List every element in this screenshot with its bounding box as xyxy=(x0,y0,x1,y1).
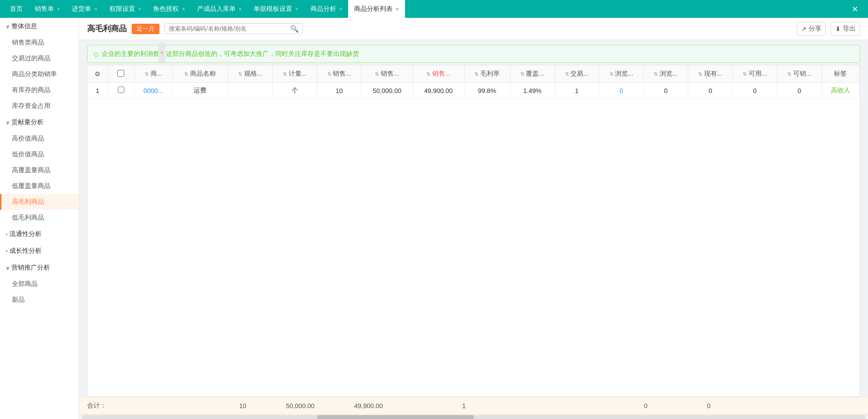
th-code: ⇅ 商... xyxy=(134,65,172,83)
sidebar-section-liquidity[interactable]: › 流通性分析 xyxy=(0,226,79,242)
period-button[interactable]: 近一月 xyxy=(132,24,159,34)
close-icon[interactable]: × xyxy=(295,6,298,12)
top-nav: 首页 销售单 × 进货单 × 权限设置 × 角色授权 × 产成品入库单 × 单据… xyxy=(0,0,868,18)
table-wrapper[interactable]: ⚙ ⇅ 商... ⇅ 商品名称 xyxy=(87,65,860,397)
chevron-right-icon: › xyxy=(6,248,7,254)
cell-browse2: 0 xyxy=(644,83,688,99)
sidebar-item-high-margin[interactable]: 高毛利商品 xyxy=(0,194,79,210)
th-browse1: ⇅ 浏览... xyxy=(599,65,644,83)
close-icon[interactable]: × xyxy=(94,6,97,12)
th-sales-profit: ⇅ 销售... xyxy=(413,65,464,83)
chevron-down-icon: ∨ xyxy=(6,24,9,29)
settings-icon[interactable]: ⚙ xyxy=(95,70,101,78)
sidebar-item-stock-goods[interactable]: 有库存的商品 xyxy=(0,82,79,98)
sidebar-section-growth[interactable]: › 成长性分析 xyxy=(0,242,79,259)
close-icon[interactable]: × xyxy=(396,6,399,12)
search-box: 🔍 xyxy=(164,23,303,34)
th-name: ⇅ 商品名称 xyxy=(172,65,228,83)
close-icon[interactable]: × xyxy=(182,6,185,12)
close-icon[interactable]: × xyxy=(57,6,60,12)
sidebar-item-low-coverage[interactable]: 低覆盖量商品 xyxy=(0,178,79,194)
sidebar-item-high-coverage[interactable]: 高覆盖量商品 xyxy=(0,162,79,178)
scrollbar-thumb[interactable] xyxy=(317,415,474,419)
sidebar-section-overview[interactable]: ∨ 整体信息 xyxy=(0,18,79,35)
cell-sales-qty: 10 xyxy=(317,83,361,99)
close-icon[interactable]: × xyxy=(138,6,141,12)
chevron-right-icon: › xyxy=(6,232,7,237)
nav-sales[interactable]: 销售单 × xyxy=(29,0,66,18)
th-current-stock: ⇅ 现有... xyxy=(688,65,733,83)
th-transaction: ⇅ 交易... xyxy=(555,65,599,83)
share-button[interactable]: ↗ 分享 xyxy=(797,22,826,36)
sidebar-section-marketing[interactable]: ∨ 营销推广分析 xyxy=(0,259,79,276)
window-close-button[interactable]: ✕ xyxy=(846,4,864,14)
close-icon[interactable]: × xyxy=(239,6,242,12)
footer-sales-amount: 50,000.00 xyxy=(286,402,314,410)
table-row: 1 0000... 运费 个 10 50,000.00 49,900.00 99… xyxy=(88,83,860,99)
cell-gross-margin: 99.8% xyxy=(464,83,510,99)
select-all-checkbox[interactable] xyxy=(115,70,127,77)
main-layout: ∨ 整体信息 销售类商品 交易过的商品 商品分类助销率 有库存的商品 库存资金占… xyxy=(0,18,868,419)
sort-icon: ⇅ xyxy=(565,71,569,77)
sidebar-item-low-margin[interactable]: 低毛利商品 xyxy=(0,210,79,226)
sort-icon: ⇅ xyxy=(474,71,478,77)
sidebar-item-low-value[interactable]: 低价值商品 xyxy=(0,146,79,162)
sidebar-item-stock-capital[interactable]: 库存资金占用 xyxy=(0,98,79,114)
th-sales-qty: ⇅ 销售... xyxy=(317,65,361,83)
sort-icon: ⇅ xyxy=(184,71,188,77)
sidebar-section-contribution[interactable]: ∨ 贡献量分析 xyxy=(0,114,79,131)
th-tag: 标签 xyxy=(821,65,859,83)
nav-analysis-list[interactable]: 商品分析列表 × xyxy=(348,0,405,18)
sidebar-item-new-goods[interactable]: 新品 xyxy=(0,292,79,308)
nav-role[interactable]: 角色授权 × xyxy=(147,0,191,18)
sidebar-item-traded-goods[interactable]: 交易过的商品 xyxy=(0,50,79,66)
nav-template[interactable]: 单据模板设置 × xyxy=(248,0,304,18)
horizontal-scrollbar[interactable] xyxy=(79,414,868,419)
sort-icon: ⇅ xyxy=(787,71,791,77)
th-checkbox xyxy=(107,65,134,83)
th-gross-margin: ⇅ 毛利率 xyxy=(464,65,510,83)
content-header: 高毛利商品 近一月 🔍 ↗ 分享 ⬇ 导出 xyxy=(79,18,868,40)
th-available: ⇅ 可用... xyxy=(733,65,777,83)
nav-permission[interactable]: 权限设置 × xyxy=(103,0,147,18)
nav-production[interactable]: 产成品入库单 × xyxy=(191,0,248,18)
export-button[interactable]: ⬇ 导出 xyxy=(831,22,860,36)
th-unit: ⇅ 计量... xyxy=(272,65,317,83)
sort-icon: ⇅ xyxy=(375,71,379,77)
chevron-down-icon: ∨ xyxy=(6,265,9,271)
sort-icon: ⇅ xyxy=(520,71,524,77)
th-index: ⚙ xyxy=(88,65,107,83)
footer-sales-qty: 10 xyxy=(239,402,246,410)
footer-sales-profit: 49,900.00 xyxy=(354,402,383,410)
cell-sales-amount: 50,000.00 xyxy=(361,83,413,99)
close-icon[interactable]: × xyxy=(339,6,342,12)
nav-analysis[interactable]: 商品分析 × xyxy=(305,0,348,18)
sidebar-item-sales-goods[interactable]: 销售类商品 xyxy=(0,35,79,50)
sidebar-item-category-rate[interactable]: 商品分类助销率 xyxy=(0,66,79,82)
chevron-down-icon: ∨ xyxy=(6,120,9,125)
info-icon: ◇ xyxy=(94,50,99,58)
cell-checkbox xyxy=(107,83,134,99)
footer-label: 合计： xyxy=(87,401,106,410)
row-checkbox[interactable] xyxy=(118,87,124,93)
th-coverage: ⇅ 覆盖... xyxy=(510,65,555,83)
cell-index: 1 xyxy=(88,83,107,99)
footer-values: 10 50,000.00 49,900.00 1 0 0 xyxy=(239,402,711,410)
cell-browse1: 0 xyxy=(599,83,644,99)
sort-icon: ⇅ xyxy=(145,71,149,77)
sort-icon: ⇅ xyxy=(426,71,430,77)
table-footer: 合计： 10 50,000.00 49,900.00 1 0 0 xyxy=(79,397,868,414)
search-input[interactable] xyxy=(169,25,290,32)
cell-current-stock: 0 xyxy=(688,83,733,99)
th-saleable: ⇅ 可销... xyxy=(777,65,821,83)
cell-spec xyxy=(228,83,272,99)
nav-purchase[interactable]: 进货单 × xyxy=(66,0,103,18)
sidebar-item-high-value[interactable]: 高价值商品 xyxy=(0,131,79,146)
sort-icon: ⇅ xyxy=(698,71,702,77)
sidebar-collapse-button[interactable]: « xyxy=(158,43,165,62)
sidebar-item-all-goods[interactable]: 全部商品 xyxy=(0,276,79,292)
share-icon: ↗ xyxy=(801,25,807,33)
nav-home[interactable]: 首页 xyxy=(4,0,29,18)
search-icon[interactable]: 🔍 xyxy=(290,25,299,33)
th-browse2: ⇅ 浏览... xyxy=(644,65,688,83)
